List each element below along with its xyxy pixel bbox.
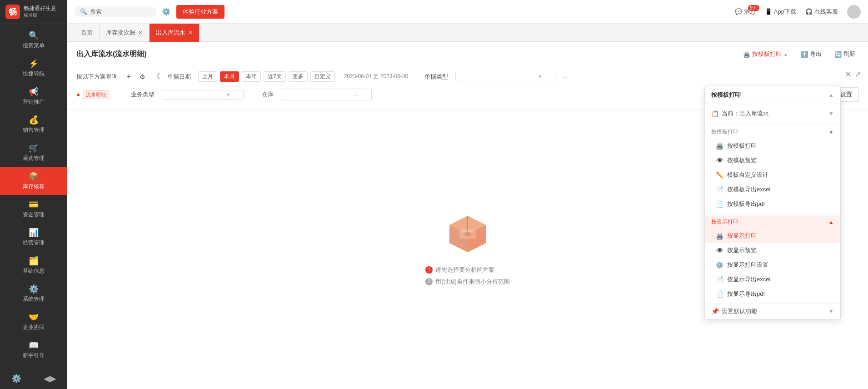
dp-template-export-excel[interactable]: 📄 按模板导出excel bbox=[705, 182, 840, 197]
sidebar-item-operations[interactable]: 📊 经营管理 bbox=[0, 223, 67, 251]
app-download-label: App下载 bbox=[774, 8, 796, 16]
sidebar-item-label: 库存核算 bbox=[23, 183, 45, 190]
dropdown-title: 按模板打印 bbox=[711, 91, 741, 99]
close-batch-account-tab[interactable]: ✕ bbox=[138, 30, 143, 36]
refresh-btn[interactable]: 🔄 刷新 bbox=[831, 48, 859, 60]
tab-home[interactable]: 首页 bbox=[75, 24, 100, 42]
dp-display-export-pdf[interactable]: 📄 按显示导出pdf bbox=[705, 287, 840, 301]
display-section-arrow-icon: ▲ bbox=[828, 219, 834, 225]
export-icon: ⬆️ bbox=[801, 51, 808, 58]
date-btn-last-7-days[interactable]: 近7天 bbox=[264, 71, 286, 82]
app-download-btn[interactable]: 📱 App下载 bbox=[765, 8, 796, 16]
warehouse-select[interactable]: ··· bbox=[281, 89, 372, 100]
display-print-section: 按显示打印 ▲ 🖨️ 按显示打印 👁️ 按显示预览 ⚙️ 按显示打印设置 📄 bbox=[705, 214, 840, 304]
dp-template-print-icon: 🖨️ bbox=[716, 142, 723, 150]
sidebar-item-basic-info[interactable]: 🗂️ 基础信息 bbox=[0, 251, 67, 279]
sidebar-item-search[interactable]: 🔍 搜索菜单 bbox=[0, 26, 67, 54]
dp-display-export-excel[interactable]: 📄 按显示导出excel bbox=[705, 272, 840, 287]
sidebar-item-purchase[interactable]: 🛒 采购管理 bbox=[0, 139, 67, 167]
tab-stock-flow[interactable]: 出入库流水 ✕ bbox=[150, 24, 200, 42]
message-btn[interactable]: 💬 消息 99+ bbox=[735, 8, 756, 16]
purchase-icon: 🛒 bbox=[29, 143, 39, 153]
close-window-btn[interactable]: ✕ bbox=[845, 70, 851, 79]
search-bar[interactable]: 🔍 bbox=[75, 6, 156, 17]
date-btn-custom[interactable]: 自定义 bbox=[310, 71, 335, 82]
dp-template-design-icon: ✏️ bbox=[716, 171, 723, 179]
warehouse-more-icon[interactable]: ··· bbox=[352, 91, 359, 98]
search-input[interactable] bbox=[90, 8, 145, 15]
sidebar-item-label: 搜索菜单 bbox=[23, 42, 45, 50]
sidebar-item-marketing[interactable]: 📢 营销推广 bbox=[0, 82, 67, 110]
dp-template-print[interactable]: 🖨️ 按模板打印 bbox=[705, 139, 840, 153]
dp-template-preview[interactable]: 👁️ 按模板预览 bbox=[705, 153, 840, 168]
close-stock-flow-tab[interactable]: ✕ bbox=[188, 30, 193, 36]
doc-type-select[interactable]: ▼ bbox=[455, 72, 555, 81]
current-template-label-group: 📋 当前：出入库流水 bbox=[711, 110, 769, 118]
empty-tip-2: 2 用[过滤]条件来缩小分析范围 bbox=[425, 276, 509, 288]
dp-display-export-pdf-icon: 📄 bbox=[716, 290, 723, 298]
add-scheme-btn[interactable]: ＋ bbox=[125, 72, 132, 81]
main-area: 🔍 ⚙️ 体验行业方案 💬 消息 99+ 📱 App下载 🎧 在线客服 首页 bbox=[67, 0, 868, 389]
message-icon: 💬 bbox=[735, 8, 742, 15]
tip-text-1: 请先选择要分析的方案 bbox=[435, 264, 494, 276]
collapse-sidebar-icon[interactable]: ◀▶ bbox=[44, 374, 56, 384]
dp-template-design[interactable]: ✏️ 模板自定义设计 bbox=[705, 168, 840, 182]
print-icon: 🖨️ bbox=[743, 51, 750, 58]
scheme-collapse-icon[interactable]: 《 bbox=[153, 72, 160, 81]
dp-template-export-pdf[interactable]: 📄 按模板导出pdf bbox=[705, 197, 840, 211]
sidebar-item-quicknav[interactable]: ⚡ 快捷导航 bbox=[0, 54, 67, 82]
sidebar-item-guide[interactable]: 📖 新手引导 bbox=[0, 336, 67, 364]
industry-btn[interactable]: 体验行业方案 bbox=[176, 5, 224, 19]
dp-display-print-label: 按显示打印 bbox=[727, 232, 757, 240]
maximize-window-btn[interactable]: ⤢ bbox=[855, 70, 861, 79]
search-menu-icon: 🔍 bbox=[29, 30, 39, 40]
dp-display-settings-label: 按显示打印设置 bbox=[727, 261, 768, 269]
user-avatar[interactable] bbox=[847, 5, 861, 19]
biz-type-chevron-icon: ▼ bbox=[226, 92, 231, 97]
guide-icon: 📖 bbox=[29, 340, 39, 350]
set-default-icon: 📌 bbox=[711, 308, 719, 315]
export-btn[interactable]: ⬆️ 导出 bbox=[797, 48, 825, 60]
tabbar: 首页 库存批次账 ✕ 出入库流水 ✕ bbox=[67, 24, 868, 42]
sidebar-item-finance[interactable]: 💳 资金管理 bbox=[0, 195, 67, 223]
sales-icon: 💰 bbox=[29, 115, 39, 125]
online-service-btn[interactable]: 🎧 在线客服 bbox=[805, 8, 838, 16]
sidebar-item-system[interactable]: ⚙️ 系统管理 bbox=[0, 279, 67, 308]
dropdown-chevron-icon[interactable]: ▲ bbox=[828, 92, 834, 98]
biz-type-label: 业务类型 bbox=[131, 90, 155, 99]
logo-area: 畅 畅捷通好生意 标准版 bbox=[0, 0, 67, 24]
dp-display-preview-label: 按显示预览 bbox=[727, 246, 757, 254]
dp-display-export-pdf-label: 按显示导出pdf bbox=[727, 290, 765, 298]
set-default-row[interactable]: 📌 设置默认功能 bbox=[711, 307, 757, 315]
gear-icon[interactable]: ⚙️ bbox=[162, 7, 171, 16]
tab-home-label: 首页 bbox=[81, 29, 93, 37]
tab-stock-flow-label: 出入库流水 bbox=[156, 29, 185, 37]
tab-batch-account[interactable]: 库存批次账 ✕ bbox=[100, 24, 150, 42]
sidebar-item-sales[interactable]: 💰 销售管理 bbox=[0, 110, 67, 139]
date-btn-last-month[interactable]: 上月 bbox=[198, 71, 217, 82]
dp-display-settings[interactable]: ⚙️ 按显示打印设置 bbox=[705, 258, 840, 272]
sidebar-item-inventory[interactable]: 📦 库存核算 bbox=[0, 167, 67, 195]
sidebar-item-label: 经营管理 bbox=[23, 239, 45, 247]
doc-type-more-icon[interactable]: ··· bbox=[563, 73, 569, 80]
dp-template-print-label: 按模板打印 bbox=[727, 142, 757, 150]
sidebar-item-label: 新手引导 bbox=[23, 352, 45, 359]
dp-display-export-excel-label: 按显示导出excel bbox=[727, 275, 770, 284]
sidebar-item-collab[interactable]: 🤝 企业协同 bbox=[0, 308, 67, 336]
biz-type-select[interactable]: ▼ bbox=[162, 90, 244, 100]
display-section-header: 按显示打印 ▲ bbox=[705, 215, 840, 229]
dp-display-print[interactable]: 🖨️ 按显示打印 bbox=[705, 229, 840, 243]
sub-filter-tag[interactable]: 流水明细 bbox=[83, 90, 109, 99]
dp-display-settings-icon: ⚙️ bbox=[716, 261, 723, 269]
sidebar-item-app-center[interactable]: 🎯 应用中心 bbox=[0, 364, 67, 368]
finance-icon: 💳 bbox=[29, 199, 39, 209]
print-template-btn[interactable]: 🖨️ 按模板打印 ▲ bbox=[739, 48, 792, 60]
date-btn-this-month[interactable]: 本月 bbox=[220, 71, 239, 82]
date-btn-more[interactable]: 更多 bbox=[289, 71, 308, 82]
dp-display-preview[interactable]: 👁️ 按显示预览 bbox=[705, 243, 840, 258]
date-btn-this-year[interactable]: 本年 bbox=[242, 71, 261, 82]
scheme-settings-icon[interactable]: ⚙ bbox=[140, 73, 145, 80]
filter-scheme-label: 按以下方案查询 bbox=[76, 73, 118, 81]
settings-icon[interactable]: ⚙️ bbox=[11, 374, 21, 384]
filter-row-1: 按以下方案查询 ＋ ⚙ 《 单据日期 上月 本月 本年 近7天 更多 自定义 2… bbox=[76, 71, 859, 82]
